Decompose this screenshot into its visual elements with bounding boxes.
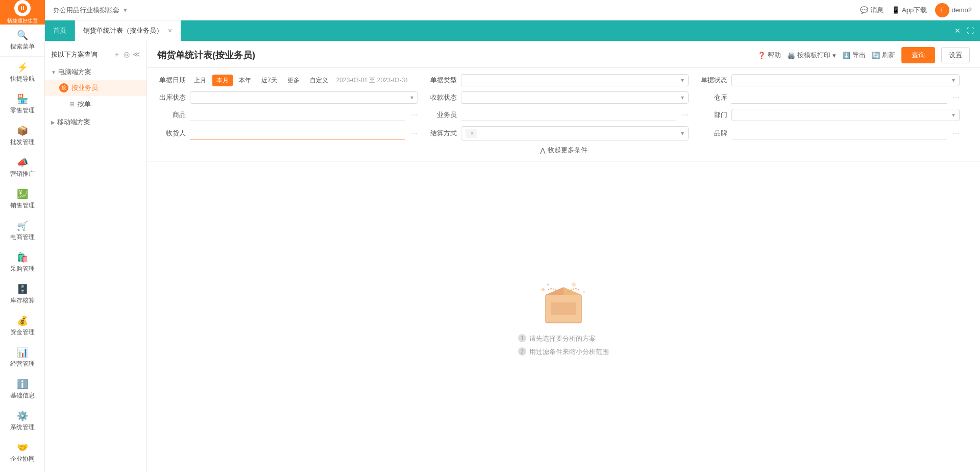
sidebar-item-cooperation[interactable]: 🤝 企业协同 <box>0 437 45 468</box>
operations-icon: 📊 <box>17 347 28 358</box>
svg-point-7 <box>572 282 576 287</box>
help-button[interactable]: ❓ 帮助 <box>757 51 781 60</box>
username: demo2 <box>951 6 972 14</box>
tab-home[interactable]: 首页 <box>45 20 75 41</box>
warehouse-input[interactable] <box>731 91 946 104</box>
panel-item-by-doc[interactable]: ⊞ 按单 <box>45 96 146 112</box>
sidebar-item-guide[interactable]: 📖 新手引导 <box>0 468 45 472</box>
payment-select[interactable]: × ▾ <box>461 126 689 140</box>
search-label: 搜索菜单 <box>10 42 35 51</box>
app-name: 办公用品行业模拟账套 <box>53 6 119 15</box>
collapse-button[interactable]: ⋀ 收起更多条件 <box>157 146 970 155</box>
user-avatar-area[interactable]: E demo2 <box>935 3 972 17</box>
sidebar-item-finance[interactable]: 💰 资金管理 <box>0 310 45 342</box>
sales-icon: 💹 <box>17 188 28 200</box>
sidebar-item-basic[interactable]: ℹ️ 基础信息 <box>0 373 45 405</box>
app-download-button[interactable]: 📱 App下载 <box>892 6 927 15</box>
filter-cell-docstatus: 单据状态 ▾ <box>699 74 970 86</box>
dept-select[interactable]: ▾ <box>731 109 960 121</box>
doctype-select[interactable]: ▾ <box>461 74 689 86</box>
brand-input[interactable] <box>731 127 946 139</box>
sidebar-item-operations[interactable]: 📊 经营管理 <box>0 342 45 373</box>
panel-item-by-salesperson[interactable]: 按 按业务员 <box>45 80 146 96</box>
sidebar-item-ecommerce[interactable]: 🛒 电商管理 <box>0 215 45 247</box>
empty-tips: 1 请先选择要分析的方案 2 用过滤条件来缩小分析范围 <box>518 334 609 357</box>
marketing-label: 营销推广 <box>10 170 35 178</box>
tip-1: 1 请先选择要分析的方案 <box>518 334 609 343</box>
date-btn-thismonth[interactable]: 本月 <box>212 75 233 86</box>
panel-section-mobile: ▶ 移动端方案 <box>45 114 146 130</box>
print-icon: 🖨️ <box>787 52 795 59</box>
by-doc-label: 按单 <box>78 100 91 109</box>
ecommerce-icon: 🛒 <box>17 220 28 231</box>
panel-section-desktop-title[interactable]: ▼ 电脑端方案 <box>45 64 146 80</box>
main-content: 办公用品行业模拟账套 ▾ 💬 消息 📱 App下载 E demo2 首页 销货单… <box>45 0 980 472</box>
outstatus-select[interactable]: ▾ <box>190 91 418 104</box>
goods-label: 商品 <box>157 110 186 120</box>
payment-label: 结算方式 <box>428 129 457 138</box>
maximize-button[interactable]: ⛶ <box>967 27 974 35</box>
doc-icon: ⊞ <box>69 101 75 108</box>
left-panel: 按以下方案查询 ＋ ◎ ≪ ▼ 电脑端方案 按 按业务员 ⊞ 按 <box>45 41 147 472</box>
svg-point-5 <box>583 291 585 293</box>
print-button[interactable]: 🖨️ 按模板打印 ▾ <box>787 51 836 60</box>
sidebar-item-wholesale[interactable]: 📦 批发管理 <box>0 120 45 152</box>
collectstatus-select[interactable]: ▾ <box>461 91 689 104</box>
brand-dots-btn[interactable]: ··· <box>953 129 960 138</box>
collapse-panel-button[interactable]: ≪ <box>133 50 140 59</box>
sidebar-item-purchase[interactable]: 🛍️ 采购管理 <box>0 247 45 278</box>
salesperson-input[interactable] <box>461 109 676 121</box>
warehouse-label: 仓库 <box>699 93 727 102</box>
consignee-input[interactable] <box>190 127 405 139</box>
sidebar-item-sales[interactable]: 💹 销售管理 <box>0 183 45 215</box>
date-btn-thisyear[interactable]: 本年 <box>235 75 255 86</box>
cooperation-label: 企业协同 <box>10 455 35 463</box>
tip-2-text: 用过滤条件来缩小分析范围 <box>529 347 609 357</box>
sidebar-item-quicknav[interactable]: ⚡ 快捷导航 <box>0 57 45 88</box>
setting-button[interactable]: 设置 <box>941 47 970 63</box>
retail-label: 零售管理 <box>10 106 35 115</box>
export-label: 导出 <box>852 51 866 60</box>
date-btn-custom[interactable]: 自定义 <box>306 75 332 86</box>
payment-tag-remove[interactable]: × <box>471 130 474 137</box>
doctype-label: 单据类型 <box>428 76 457 85</box>
query-button[interactable]: 查询 <box>901 47 935 63</box>
date-btn-7days[interactable]: 近7天 <box>257 75 281 86</box>
sidebar-logo[interactable]: 畅捷通好生意 <box>0 0 45 25</box>
system-icon: ⚙️ <box>17 410 28 421</box>
svg-marker-2 <box>564 287 581 295</box>
tab-sales-stat[interactable]: 销货单统计表（按业务员） × <box>75 20 181 41</box>
sidebar-item-system[interactable]: ⚙️ 系统管理 <box>0 405 45 437</box>
sidebar-item-retail[interactable]: 🏪 零售管理 <box>0 88 45 120</box>
close-window-button[interactable]: ✕ <box>954 27 961 35</box>
outstatus-label: 出库状态 <box>157 93 186 102</box>
date-btn-more[interactable]: 更多 <box>283 75 304 86</box>
warehouse-dots-btn[interactable]: ··· <box>953 93 960 102</box>
message-button[interactable]: 💬 消息 <box>860 6 884 15</box>
export-icon: ⬇️ <box>842 52 850 59</box>
goods-dots-btn[interactable]: ··· <box>411 110 418 120</box>
sidebar-item-marketing[interactable]: 📣 营销推广 <box>0 152 45 183</box>
docstatus-select[interactable]: ▾ <box>731 74 960 86</box>
mobile-arrow: ▶ <box>51 120 55 125</box>
sales-stat-tab-label: 销货单统计表（按业务员） <box>83 26 163 35</box>
message-label: 消息 <box>870 6 884 15</box>
consignee-dots-btn[interactable]: ··· <box>411 129 418 138</box>
export-button[interactable]: ⬇️ 导出 <box>842 51 866 60</box>
filter-cell-doctype: 单据类型 ▾ <box>428 74 699 86</box>
filter-row-1: 单据日期 上月 本月 本年 近7天 更多 自定义 2023-03-01 至 20… <box>157 74 970 86</box>
add-scheme-button[interactable]: ＋ <box>113 50 120 59</box>
goods-input[interactable] <box>190 109 405 121</box>
sidebar-item-inventory[interactable]: 🗄️ 库存核算 <box>0 278 45 310</box>
edit-scheme-button[interactable]: ◎ <box>124 50 130 59</box>
dropdown-icon[interactable]: ▾ <box>124 6 127 14</box>
refresh-button[interactable]: 🔄 刷新 <box>872 51 895 60</box>
close-tab-button[interactable]: × <box>168 27 172 35</box>
sales-label: 销售管理 <box>10 201 35 210</box>
panel-section-mobile-title[interactable]: ▶ 移动端方案 <box>45 114 146 130</box>
refresh-icon: 🔄 <box>872 52 880 59</box>
sidebar-search[interactable]: 🔍 搜索菜单 <box>0 25 45 57</box>
salesperson-dots-btn[interactable]: ··· <box>682 110 689 120</box>
date-btn-lastmonth[interactable]: 上月 <box>190 75 210 86</box>
date-filter-label: 单据日期 <box>157 76 186 85</box>
